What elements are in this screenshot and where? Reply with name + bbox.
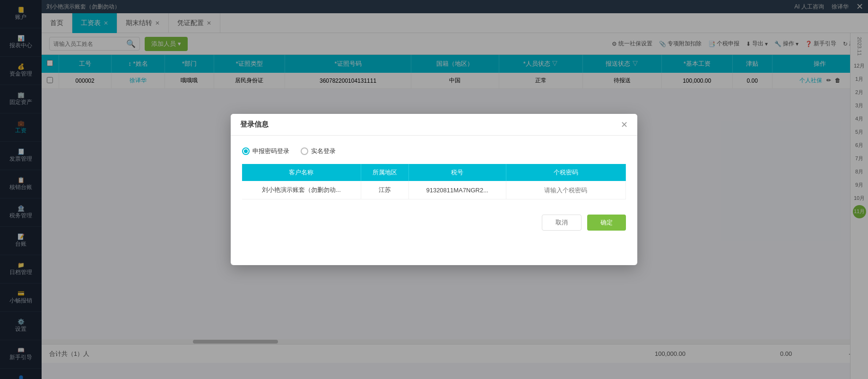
modal-close-icon[interactable]: ✕ <box>621 120 628 130</box>
modal-cell-password[interactable] <box>506 181 626 199</box>
modal-col-password: 个税密码 <box>506 164 626 181</box>
radio-realname-login[interactable]: 实名登录 <box>301 147 336 155</box>
radio-realname-circle <box>301 147 308 155</box>
tax-password-input[interactable] <box>512 187 620 194</box>
login-table: 客户名称 所属地区 税号 个税密码 刘小艳演示账套（勿删勿动... 江苏 913… <box>242 164 626 199</box>
modal-col-region: 所属地区 <box>361 164 408 181</box>
modal-header: 登录信息 ✕ <box>231 114 637 136</box>
radio-password-circle <box>242 147 250 155</box>
modal-table-row: 刘小艳演示账套（勿删勿动... 江苏 91320811MA7NGR2... <box>242 181 626 199</box>
confirm-button[interactable]: 确定 <box>587 215 626 231</box>
login-info-modal: 登录信息 ✕ 申报密码登录 实名登录 客户名称 所属地区 <box>231 114 637 265</box>
modal-col-client-name: 客户名称 <box>242 164 361 181</box>
login-type-radio-group: 申报密码登录 实名登录 <box>242 147 626 155</box>
modal-body: 申报密码登录 实名登录 客户名称 所属地区 税号 个税密码 <box>231 136 637 207</box>
modal-cell-tax-id: 91320811MA7NGR2... <box>408 181 506 199</box>
modal-cell-client-name: 刘小艳演示账套（勿删勿动... <box>242 181 361 199</box>
cancel-button[interactable]: 取消 <box>542 215 582 231</box>
radio-password-login[interactable]: 申报密码登录 <box>242 147 289 155</box>
modal-footer: 取消 确定 <box>231 207 637 240</box>
modal-cell-region: 江苏 <box>361 181 408 199</box>
modal-col-tax-id: 税号 <box>408 164 506 181</box>
modal-title: 登录信息 <box>240 120 269 129</box>
modal-overlay: 登录信息 ✕ 申报密码登录 实名登录 客户名称 所属地区 <box>0 0 868 379</box>
